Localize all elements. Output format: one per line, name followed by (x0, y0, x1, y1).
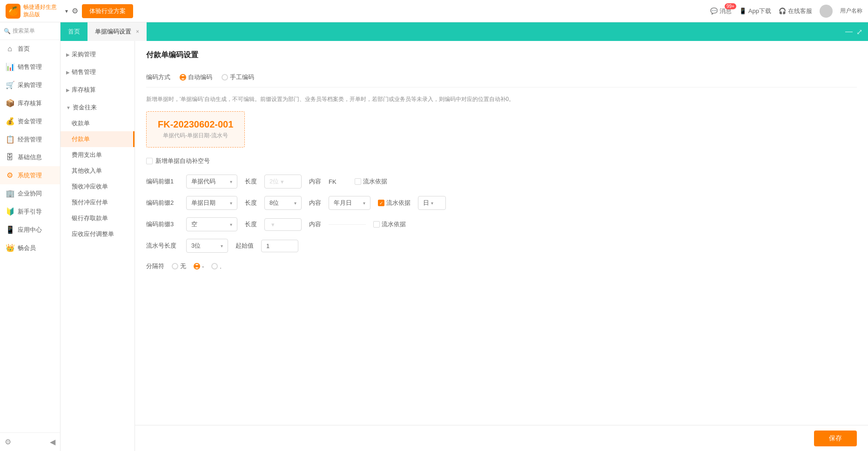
tab-code-settings[interactable]: 单据编码设置 × (87, 22, 147, 41)
sidebar-item-home[interactable]: ⌂ 首页 (0, 40, 60, 58)
subnav-expense[interactable]: 费用支出单 (61, 147, 135, 163)
code-preview-sub: 单据代码-单据日期-流水号 (158, 132, 233, 140)
sep-dash-radio[interactable] (194, 263, 200, 269)
basic-icon: 🗄 (6, 153, 14, 162)
start-value-input[interactable] (261, 240, 298, 252)
prefix3-serial-checkbox[interactable]: 流水依据 (373, 220, 406, 229)
sep-none-radio[interactable] (172, 263, 178, 269)
sidebar-item-system[interactable]: ⚙ 系统管理 (0, 166, 60, 184)
auto-code-radio[interactable] (180, 74, 186, 81)
sep-none-option[interactable]: 无 (172, 262, 186, 270)
separator-label: 分隔符 (146, 262, 164, 270)
prefix1-length-select[interactable]: 2位 ▾ (264, 175, 302, 188)
prefix3-serial-check-icon[interactable] (373, 221, 380, 228)
serial-length-select[interactable]: 3位 ▾ (186, 239, 228, 253)
prefix1-label: 编码前缀1 (146, 177, 179, 186)
subnav-prepay-recv[interactable]: 预收冲应收单 (61, 179, 135, 195)
subnav-payment[interactable]: 付款单 (61, 131, 135, 147)
prefix3-row: 编码前缀3 空 ▾ 长度 ▾ 内容 (146, 217, 857, 231)
prefix3-select[interactable]: 空 ▾ (186, 217, 237, 231)
system-icon: ⚙ (6, 171, 14, 180)
sidebar-item-sales[interactable]: 📊 销售管理 (0, 58, 60, 76)
message-button[interactable]: 💬 消息 99+ (710, 7, 732, 15)
dropdown-arrow-icon: ▾ (230, 222, 232, 227)
prefix2-select[interactable]: 单据日期 ▾ (186, 196, 237, 210)
subnav-receipt[interactable]: 收款单 (61, 115, 135, 131)
subnav-purchase-title[interactable]: ▶ 采购管理 (61, 47, 135, 62)
arrow-icon: ▶ (66, 70, 70, 75)
prefix2-content-select[interactable]: 年月日 ▾ (329, 196, 370, 210)
prefix2-day-select[interactable]: 日 ▾ (418, 196, 446, 210)
prefix3-length-select[interactable]: ▾ (264, 218, 302, 231)
avatar[interactable] (820, 5, 833, 18)
prefix2-serial-checkbox[interactable]: ✓ 流水依据 (378, 199, 410, 207)
dropdown-arrow-icon: ▾ (271, 221, 275, 228)
prefix2-serial-check-icon[interactable]: ✓ (378, 200, 384, 206)
subnav-inventory-title[interactable]: ▶ 库存核算 (61, 82, 135, 98)
sep-dot-option[interactable]: . (211, 263, 222, 270)
prefix2-length-select[interactable]: 8位 ▾ (264, 196, 302, 210)
sidebar-item-inventory[interactable]: 📦 库存核算 (0, 94, 60, 112)
sidebar-item-finance[interactable]: 💰 资金管理 (0, 112, 60, 130)
apps-icon: 📱 (6, 225, 14, 234)
tab-home[interactable]: 首页 (61, 22, 87, 41)
member-icon: 👑 (6, 243, 14, 252)
subnav-capital-title[interactable]: ▼ 资金往来 (61, 100, 135, 115)
subnav-group-capital: ▼ 资金往来 收款单 付款单 费用支出单 其他收入单 (61, 100, 135, 242)
sidebar-bottom: ⚙ ◀ (0, 432, 60, 451)
topbar-dropdown[interactable]: ▾ (65, 8, 68, 14)
prefix2-length-label: 长度 (245, 199, 257, 207)
sidebar-item-enterprise[interactable]: 🏢 企业协同 (0, 184, 60, 202)
sub-nav: ▶ 采购管理 ▶ 销售管理 ▶ 库存核算 (61, 41, 135, 451)
topbar-gear-icon[interactable]: ⚙ (72, 7, 78, 15)
tab-maximize-icon[interactable]: ⤢ (856, 27, 862, 36)
online-service-button[interactable]: 🎧 在线客服 (779, 7, 812, 15)
settings-bottom-icon[interactable]: ⚙ (5, 438, 11, 446)
subnav-prepay-pay[interactable]: 预付冲应付单 (61, 195, 135, 210)
separator-row: 分隔符 无 - . (146, 262, 857, 270)
logo: 🍊 畅捷通好生意 旗品版 (6, 4, 61, 19)
sidebar-item-basic[interactable]: 🗄 基础信息 (0, 148, 60, 166)
sidebar-item-purchase[interactable]: 🛒 采购管理 (0, 76, 60, 94)
collapse-icon[interactable]: ◀ (50, 438, 55, 446)
save-button[interactable]: 保存 (814, 431, 857, 446)
search-menu[interactable]: 🔍 搜索菜单 (0, 22, 60, 40)
serial-length-label: 流水号长度 (146, 242, 179, 250)
search-icon: 🔍 (4, 28, 11, 34)
sep-dash-option[interactable]: - (194, 263, 204, 270)
app-icon: 📱 (739, 7, 747, 14)
sidebar-item-apps[interactable]: 📱 应用中心 (0, 221, 60, 239)
dropdown-arrow-icon: ▾ (230, 179, 232, 184)
sep-dot-radio[interactable] (211, 263, 218, 269)
subnav-sales-title[interactable]: ▶ 销售管理 (61, 64, 135, 80)
subnav-ap-adjust[interactable]: 应收应付调整单 (61, 226, 135, 242)
logo-icon: 🍊 (6, 4, 20, 19)
home-icon: ⌂ (6, 45, 14, 53)
trial-button[interactable]: 体验行业方案 (82, 4, 133, 18)
auto-fill-label: 新增单据自动补空号 (155, 157, 210, 165)
middle-layout: ▶ 采购管理 ▶ 销售管理 ▶ 库存核算 (61, 41, 868, 451)
app-download-button[interactable]: 📱 App下载 (739, 7, 771, 15)
auto-fill-checkbox[interactable] (146, 158, 153, 164)
message-badge: 99+ (725, 3, 736, 9)
manual-code-radio[interactable] (222, 74, 228, 81)
logo-text: 畅捷通好生意 旗品版 (23, 4, 57, 18)
page-title: 付款单编码设置 (146, 50, 857, 60)
sidebar-item-guide[interactable]: 🔰 新手引导 (0, 202, 60, 221)
sidebar-item-member[interactable]: 👑 畅会员 (0, 239, 60, 257)
auto-code-option[interactable]: 自动编码 (180, 73, 212, 81)
prefix3-content-label: 内容 (309, 220, 321, 229)
tab-actions: — ⤢ (845, 27, 868, 36)
sidebar-item-operations[interactable]: 📋 经营管理 (0, 130, 60, 148)
prefix1-serial-check-icon[interactable] (355, 178, 361, 185)
tab-close-icon[interactable]: × (136, 28, 139, 35)
message-icon: 💬 (710, 7, 718, 14)
manual-code-option[interactable]: 手工编码 (222, 73, 254, 81)
prefix1-select[interactable]: 单据代码 ▾ (186, 175, 237, 188)
prefix2-content-label: 内容 (309, 199, 321, 207)
tab-minimize-icon[interactable]: — (845, 27, 853, 36)
dropdown-arrow-icon: ▾ (221, 243, 223, 249)
prefix1-serial-checkbox[interactable]: 流水依据 (355, 177, 387, 186)
subnav-bank-deposit[interactable]: 银行存取款单 (61, 210, 135, 226)
subnav-other-income[interactable]: 其他收入单 (61, 163, 135, 179)
